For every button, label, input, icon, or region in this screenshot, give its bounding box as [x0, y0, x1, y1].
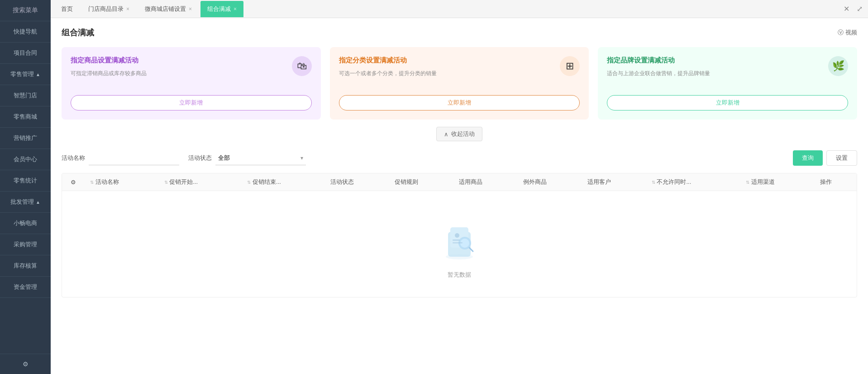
- svg-point-6: [455, 233, 459, 238]
- tab-label: 组合满减: [207, 5, 231, 13]
- page-content: 组合满减 ⓥ 视频 指定商品设置满减活动可指定滞销商品或库存较多商品🛍立即新增指…: [51, 18, 868, 374]
- col-header-applicable-channel[interactable]: ⇅ 适用渠道: [740, 173, 815, 191]
- col-header-activity-name[interactable]: ⇅ 活动名称: [85, 173, 159, 191]
- promo-cards: 指定商品设置满减活动可指定滞销商品或库存较多商品🛍立即新增指定分类设置满减活动可…: [62, 47, 857, 120]
- play-circle-icon: ⓥ: [838, 29, 844, 37]
- promo-card-title: 指定商品设置满减活动: [71, 56, 312, 65]
- tab-wechat-store[interactable]: 微商城店铺设置 ×: [138, 1, 199, 17]
- sidebar-item-retail-mgmt[interactable]: 零售管理 ▲: [0, 64, 51, 85]
- promo-card-product-promo: 指定商品设置满减活动可指定滞销商品或库存较多商品🛍立即新增: [62, 47, 321, 120]
- sidebar-item-smart-store[interactable]: 智慧门店: [0, 85, 51, 106]
- col-header-gear: ⚙: [62, 173, 85, 191]
- filter-activity-name: 活动名称: [62, 151, 179, 165]
- settings-button[interactable]: 设置: [826, 150, 857, 166]
- sidebar-item-retail-mall[interactable]: 零售商城: [0, 106, 51, 128]
- col-header-action: 操作: [815, 173, 857, 191]
- col-header-exception-goods: 例外商品: [518, 173, 582, 191]
- chevron-icon: ▲: [36, 72, 40, 77]
- activity-name-input[interactable]: [89, 151, 179, 165]
- query-button[interactable]: 查询: [793, 150, 823, 166]
- sidebar-item-member-center[interactable]: 会员中心: [0, 149, 51, 170]
- sidebar: 搜索菜单 快捷导航项目合同零售管理 ▲智慧门店零售商城营销推广会员中心零售统计批…: [0, 0, 51, 374]
- gear-icon[interactable]: ⚙: [71, 179, 76, 186]
- main-area: 首页门店商品目录 ×微商城店铺设置 ×组合满减 × ✕ ⤢ 组合满减 ⓥ 视频 …: [51, 0, 868, 374]
- tab-close-btn[interactable]: ×: [189, 6, 192, 12]
- promo-card-title: 指定品牌设置满减活动: [607, 56, 848, 65]
- promo-card-desc: 可指定滞销商品或库存较多商品: [71, 69, 312, 89]
- promo-card-title: 指定分类设置满减活动: [339, 56, 580, 65]
- promo-card-desc: 适合与上游企业联合做营销，提升品牌销量: [607, 69, 848, 89]
- data-table: ⚙⇅ 活动名称⇅ 促销开始...⇅ 促销结束...活动状态促销规则适用商品例外商…: [62, 173, 857, 191]
- promo-card-add-btn-product-promo[interactable]: 立即新增: [71, 95, 312, 110]
- collapse-btn-label: 收起活动: [451, 130, 475, 138]
- sidebar-item-inventory[interactable]: 库存核算: [0, 255, 51, 277]
- sort-icon: ⇅: [164, 180, 168, 185]
- sidebar-item-finance[interactable]: 资金管理: [0, 277, 51, 298]
- activity-name-label: 活动名称: [62, 154, 85, 162]
- empty-text: 暂无数据: [71, 271, 848, 279]
- promo-card-add-btn-brand-promo[interactable]: 立即新增: [607, 95, 848, 110]
- svg-rect-7: [453, 240, 460, 241]
- filter-activity-status: 活动状态 全部进行中未开始已结束 ▾: [188, 151, 306, 165]
- maximize-window-btn[interactable]: ⤢: [855, 3, 864, 15]
- sidebar-settings[interactable]: ⚙: [0, 354, 51, 374]
- sidebar-item-quick-nav[interactable]: 快捷导航: [0, 21, 51, 43]
- promo-card-desc: 可选一个或者多个分类，提升分类的销量: [339, 69, 580, 89]
- col-header-promo-start[interactable]: ⇅ 促销开始...: [159, 173, 242, 191]
- sort-icon: ⇅: [652, 180, 655, 185]
- promo-card-category-promo: 指定分类设置满减活动可选一个或者多个分类，提升分类的销量⊞立即新增: [330, 47, 589, 120]
- sidebar-item-xiaochangec[interactable]: 小畅电商: [0, 213, 51, 234]
- empty-state: 暂无数据: [62, 191, 857, 297]
- col-header-applicable-customer: 适用客户: [582, 173, 646, 191]
- tab-home[interactable]: 首页: [54, 1, 80, 17]
- activity-status-label: 活动状态: [188, 154, 212, 162]
- tab-store-catalog[interactable]: 门店商品目录 ×: [81, 1, 136, 17]
- collapse-activities-btn[interactable]: ∧ 收起活动: [436, 127, 482, 141]
- sort-icon: ⇅: [247, 180, 251, 185]
- page-header: 组合满减 ⓥ 视频: [62, 27, 857, 38]
- sidebar-search[interactable]: 搜索菜单: [0, 0, 51, 21]
- tab-label: 门店商品目录: [88, 5, 124, 13]
- tab-label: 首页: [61, 5, 73, 13]
- table-wrap: ⚙⇅ 活动名称⇅ 促销开始...⇅ 促销结束...活动状态促销规则适用商品例外商…: [62, 173, 857, 297]
- filter-actions: 查询 设置: [793, 150, 857, 166]
- video-link[interactable]: ⓥ 视频: [838, 29, 857, 37]
- col-header-activity-status: 活动状态: [325, 173, 389, 191]
- promo-card-icon: 🌿: [828, 56, 848, 76]
- chevron-up-icon: ∧: [444, 131, 448, 138]
- close-window-btn[interactable]: ✕: [842, 3, 851, 15]
- sidebar-item-wholesale-mgmt[interactable]: 批发管理 ▲: [0, 192, 51, 213]
- sidebar-item-marketing[interactable]: 营销推广: [0, 128, 51, 149]
- filter-bar: 活动名称 活动状态 全部进行中未开始已结束 ▾ 查询 设置: [62, 150, 857, 166]
- empty-icon: [437, 218, 482, 264]
- promo-card-icon: 🛍: [292, 56, 312, 76]
- page-title: 组合满减: [62, 27, 94, 38]
- col-header-no-concurrent[interactable]: ⇅ 不允许同时...: [646, 173, 740, 191]
- sidebar-item-retail-stats[interactable]: 零售统计: [0, 170, 51, 192]
- tab-label: 微商城店铺设置: [145, 5, 186, 13]
- tab-close-btn[interactable]: ×: [234, 6, 237, 12]
- chevron-icon: ▲: [36, 200, 40, 205]
- activity-status-select-wrap: 全部进行中未开始已结束 ▾: [215, 151, 306, 165]
- col-header-applicable-goods: 适用商品: [453, 173, 518, 191]
- col-header-promo-end[interactable]: ⇅ 促销结束...: [242, 173, 325, 191]
- tab-bar: 首页门店商品目录 ×微商城店铺设置 ×组合满减 × ✕ ⤢: [51, 0, 868, 18]
- tab-actions: ✕ ⤢: [842, 3, 864, 15]
- svg-rect-8: [453, 242, 463, 244]
- sidebar-item-purchase-mgmt[interactable]: 采购管理: [0, 234, 51, 255]
- sidebar-item-project-contract[interactable]: 项目合同: [0, 43, 51, 64]
- tab-combo-discount[interactable]: 组合满减 ×: [200, 1, 243, 17]
- col-header-promo-rule: 促销规则: [389, 173, 453, 191]
- promo-card-add-btn-category-promo[interactable]: 立即新增: [339, 95, 580, 110]
- activity-status-select[interactable]: 全部进行中未开始已结束: [215, 151, 306, 165]
- promo-card-brand-promo: 指定品牌设置满减活动适合与上游企业联合做营销，提升品牌销量🌿立即新增: [598, 47, 857, 120]
- sort-icon: ⇅: [746, 180, 749, 185]
- sort-icon: ⇅: [90, 180, 94, 185]
- collapse-bar: ∧ 收起活动: [62, 127, 857, 141]
- tab-close-btn[interactable]: ×: [126, 6, 129, 12]
